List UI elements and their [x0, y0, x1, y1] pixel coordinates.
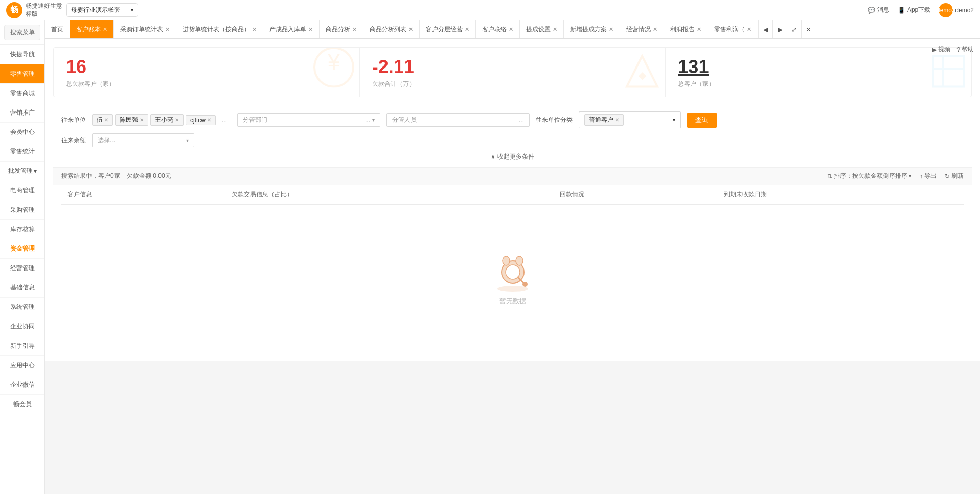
refresh-button[interactable]: ↻ 刷新: [945, 172, 964, 181]
tab-purchase-orders[interactable]: 采购订单统计表 ✕: [114, 20, 176, 39]
more-tags-button[interactable]: ...: [218, 116, 231, 125]
tab-customer-contact[interactable]: 客户联络 ✕: [476, 20, 520, 39]
person-dots-icon[interactable]: ...: [519, 117, 524, 124]
close-icon[interactable]: ✕: [697, 26, 701, 33]
close-icon[interactable]: ✕: [252, 26, 257, 33]
tab-close-all-icon[interactable]: ✕: [801, 20, 815, 39]
person-filter-select[interactable]: 分管人员 ...: [386, 113, 530, 127]
table-wrapper: 客户信息 欠款交易信息（占比） 回款情况 到期未收款日期: [53, 185, 972, 352]
tab-retail-profit[interactable]: 零售利润（ ✕: [708, 20, 758, 39]
yuan-bg-icon: ¥: [313, 47, 354, 97]
close-icon[interactable]: ✕: [352, 26, 357, 33]
col-credit-info: 欠款交易信息（占比）: [225, 185, 554, 205]
unit-tag-group: 伍 ✕ 陈民强 ✕ 王小亮 ✕: [92, 114, 231, 126]
export-icon: ↑: [920, 173, 923, 180]
filter-area: 往来单位 伍 ✕ 陈民强 ✕ 王小亮: [53, 105, 972, 168]
close-icon[interactable]: ✕: [553, 26, 557, 33]
tab-expand-icon[interactable]: ⤢: [787, 20, 801, 39]
collapse-icon: ∧: [491, 153, 495, 161]
sidebar-item-basic-info[interactable]: 基础信息: [0, 278, 44, 298]
avatar: demo2: [939, 3, 953, 17]
empty-text: 暂无数据: [499, 297, 526, 306]
dept-filter-select[interactable]: 分管部门 ... ▾: [237, 113, 380, 127]
export-button[interactable]: ↑ 导出: [920, 172, 937, 181]
tag-close-icon[interactable]: ✕: [140, 117, 144, 123]
sidebar-item-retail[interactable]: 零售管理: [0, 64, 44, 84]
sidebar-item-retail-stats[interactable]: 零售统计: [0, 142, 44, 162]
col-customer-info: 客户信息: [61, 185, 225, 205]
store-selector[interactable]: 母婴行业演示帐套 ▾: [66, 3, 138, 17]
close-icon[interactable]: ✕: [509, 26, 513, 33]
tab-home[interactable]: 首页: [45, 20, 70, 39]
page-content: ▶ 视频 ? 帮助 ¥ 16 总欠: [45, 39, 980, 494]
download-icon: 📱: [898, 7, 905, 14]
sidebar-item-marketing[interactable]: 营销推广: [0, 103, 44, 123]
query-button[interactable]: 查询: [687, 113, 717, 128]
tab-goods-analysis-list[interactable]: 商品分析列表 ✕: [363, 20, 420, 39]
app-download-button[interactable]: 📱 App下载: [898, 6, 930, 14]
sidebar-item-new-guide[interactable]: 新手引导: [0, 336, 44, 356]
sidebar-item-system[interactable]: 系统管理: [0, 298, 44, 317]
balance-filter-select[interactable]: 选择... ▾: [92, 133, 194, 147]
sidebar-item-operations[interactable]: 经营管理: [0, 259, 44, 278]
tag-close-icon[interactable]: ✕: [615, 117, 619, 123]
tab-scroll-left[interactable]: ◀: [758, 20, 772, 39]
chevron-down-icon: ▾: [186, 138, 189, 143]
tab-goods-analysis[interactable]: 商品分析 ✕: [320, 20, 363, 39]
tab-profit-report[interactable]: 利润报告 ✕: [664, 20, 708, 39]
tab-business-status[interactable]: 经营情况 ✕: [620, 20, 664, 39]
user-avatar[interactable]: demo2 demo2: [939, 3, 974, 17]
close-icon[interactable]: ✕: [747, 26, 751, 33]
unit-type-label: 往来单位分类: [536, 116, 573, 124]
dept-dots-icon[interactable]: ...: [365, 117, 370, 124]
sidebar-item-enterprise-wechat[interactable]: 企业微信: [0, 375, 44, 395]
sidebar-item-member-plus[interactable]: 畅会员: [0, 395, 44, 414]
sidebar-item-ecommerce[interactable]: 电商管理: [0, 181, 44, 200]
close-icon[interactable]: ✕: [165, 26, 170, 33]
search-menu-button[interactable]: 搜索菜单: [4, 25, 40, 40]
sidebar-item-member[interactable]: 会员中心: [0, 123, 44, 142]
close-icon[interactable]: ✕: [465, 26, 469, 33]
sidebar-item-wholesale[interactable]: 批发管理 ▾: [0, 162, 44, 181]
unit-type-select[interactable]: 普通客户 ✕ ▾: [579, 111, 681, 128]
total-customers-number[interactable]: 131: [678, 56, 709, 78]
sort-select[interactable]: ⇅ 排序：按欠款金额倒序排序 ▾: [827, 172, 911, 181]
sidebar-item-finance[interactable]: 资金管理: [0, 239, 44, 259]
sidebar-item-app-center[interactable]: 应用中心: [0, 356, 44, 375]
close-icon[interactable]: ✕: [653, 26, 657, 33]
sidebar-item-enterprise-collab[interactable]: 企业协同: [0, 317, 44, 336]
tab-customer-segment[interactable]: 客户分层经营 ✕: [420, 20, 476, 39]
close-icon[interactable]: ✕: [408, 26, 413, 33]
message-button[interactable]: 💬 消息: [868, 6, 890, 14]
close-icon[interactable]: ✕: [609, 26, 613, 33]
sidebar-item-quick-nav[interactable]: 快捷导航: [0, 45, 44, 64]
chevron-down-icon: ▾: [34, 168, 37, 175]
tab-stock-stats[interactable]: 进货单统计表（按商品） ✕: [176, 20, 263, 39]
sidebar: 搜索菜单 快捷导航 零售管理 零售商城 营销推广 会员中心 零售统计 批发管理 …: [0, 20, 45, 494]
content-area: 首页 客户账本 ✕ 采购订单统计表 ✕ 进货单统计表（按商品） ✕ 产成品入库单…: [45, 20, 980, 494]
credit-customers-number: 16: [66, 56, 86, 78]
svg-point-7: [497, 286, 528, 292]
close-icon[interactable]: ✕: [103, 26, 107, 33]
result-bar-right: ⇅ 排序：按欠款金额倒序排序 ▾ ↑ 导出 ↻ 刷新: [827, 172, 964, 181]
sidebar-item-inventory[interactable]: 库存核算: [0, 220, 44, 239]
tab-bar: 首页 客户账本 ✕ 采购订单统计表 ✕ 进货单统计表（按商品） ✕ 产成品入库单…: [45, 20, 980, 39]
tag-close-icon[interactable]: ✕: [104, 117, 108, 123]
sidebar-item-retail-shop[interactable]: 零售商城: [0, 84, 44, 103]
tab-production[interactable]: 产成品入库单 ✕: [263, 20, 320, 39]
tag-close-icon[interactable]: ✕: [207, 117, 211, 123]
tab-new-commission[interactable]: 新增提成方案 ✕: [564, 20, 620, 39]
page-inner: ▶ 视频 ? 帮助 ¥ 16 总欠: [45, 39, 980, 361]
tab-scroll-right[interactable]: ▶: [772, 20, 787, 39]
tab-commission-settings[interactable]: 提成设置 ✕: [520, 20, 564, 39]
tab-customers[interactable]: 客户账本 ✕: [70, 20, 114, 39]
message-icon: 💬: [868, 7, 875, 14]
result-bar: 搜索结果中，客户0家 欠款金额 0.00元 ⇅ 排序：按欠款金额倒序排序 ▾ ↑…: [53, 168, 972, 185]
svg-point-13: [516, 256, 523, 265]
filter-tag-unit2: 陈民强 ✕: [115, 114, 148, 126]
collapse-filter-button[interactable]: ∧ 收起更多条件: [61, 152, 964, 161]
tag-close-icon[interactable]: ✕: [175, 117, 179, 123]
svg-point-12: [503, 256, 510, 265]
close-icon[interactable]: ✕: [308, 26, 313, 33]
sidebar-item-purchase[interactable]: 采购管理: [0, 200, 44, 220]
